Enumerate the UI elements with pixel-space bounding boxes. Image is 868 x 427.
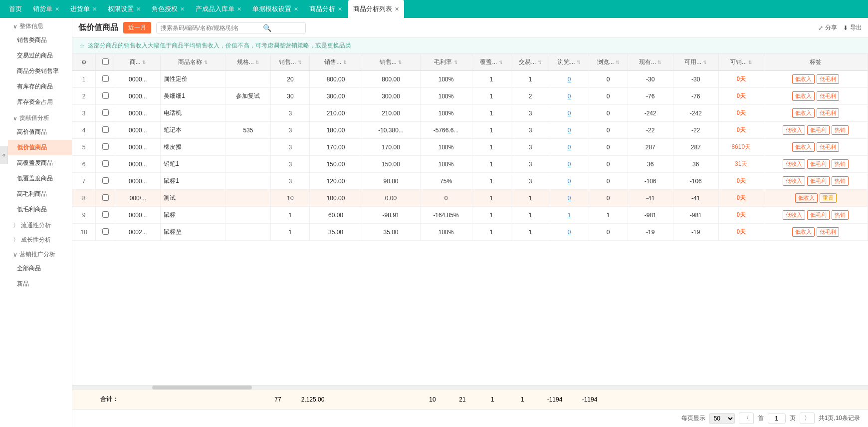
- row-checkbox[interactable]: [102, 75, 109, 82]
- nav-roles[interactable]: 角色授权 ✕: [147, 0, 190, 18]
- sidebar-item-category-rate[interactable]: 商品分类销售率: [8, 63, 72, 79]
- select-all-checkbox[interactable]: [102, 58, 109, 65]
- col-current[interactable]: 现有... ⇅: [628, 54, 673, 71]
- sidebar-item-low-coverage[interactable]: 低覆盖度商品: [8, 171, 72, 186]
- row-checkbox[interactable]: [102, 109, 109, 116]
- col-trade[interactable]: 交易... ⇅: [511, 54, 550, 71]
- nav-purchase[interactable]: 进货单 ✕: [65, 0, 102, 18]
- search-icon[interactable]: 🔍: [263, 24, 271, 32]
- cell-checkbox[interactable]: [96, 71, 115, 88]
- row-checkbox[interactable]: [102, 160, 109, 167]
- sidebar-group-contribution[interactable]: ∨ 贡献值分析: [8, 110, 72, 124]
- cell-checkbox[interactable]: [96, 105, 115, 122]
- sidebar-item-traded-products[interactable]: 交易过的商品: [8, 48, 72, 63]
- col-settings[interactable]: ⚙: [72, 54, 96, 71]
- sidebar-item-new-products[interactable]: 新品: [8, 276, 72, 292]
- view1-value[interactable]: 1: [568, 212, 571, 219]
- next-page-button[interactable]: 〉: [800, 413, 815, 424]
- sidebar-item-low-value[interactable]: 低价值商品: [8, 140, 72, 155]
- close-icon[interactable]: ✕: [294, 6, 298, 12]
- sidebar-collapse-btn[interactable]: «: [0, 146, 8, 164]
- col-name[interactable]: 商品名称 ⇅: [161, 54, 225, 71]
- sidebar-item-low-margin[interactable]: 低毛利商品: [8, 202, 72, 217]
- cell-view1[interactable]: 0: [550, 139, 589, 156]
- view1-value[interactable]: 0: [568, 127, 571, 134]
- col-available[interactable]: 可用... ⇅: [673, 54, 718, 71]
- row-checkbox[interactable]: [102, 92, 109, 99]
- col-view2[interactable]: 浏览... ⇅: [589, 54, 628, 71]
- cell-checkbox[interactable]: [96, 224, 115, 241]
- col-saleable[interactable]: 可销... ⇅: [718, 54, 764, 71]
- col-sale-avg[interactable]: 销售... ⇅: [362, 54, 420, 71]
- cell-checkbox[interactable]: [96, 122, 115, 139]
- col-coverage[interactable]: 覆盖... ⇅: [472, 54, 511, 71]
- search-input[interactable]: [161, 24, 260, 31]
- cell-checkbox[interactable]: [96, 173, 115, 190]
- row-checkbox[interactable]: [102, 228, 109, 235]
- cell-checkbox[interactable]: [96, 139, 115, 156]
- view1-value[interactable]: 0: [568, 76, 571, 83]
- sidebar-item-capital[interactable]: 库存资金占用: [8, 94, 72, 110]
- nav-production[interactable]: 产成品入库单 ✕: [191, 0, 246, 18]
- nav-product-list[interactable]: 商品分析列表 ✕: [348, 0, 404, 18]
- close-icon[interactable]: ✕: [136, 6, 141, 12]
- cell-view1[interactable]: 0: [550, 224, 589, 241]
- row-checkbox[interactable]: [102, 126, 109, 133]
- col-margin[interactable]: 毛利率 ⇅: [420, 54, 472, 71]
- cell-view1[interactable]: 1: [550, 207, 589, 224]
- close-icon[interactable]: ✕: [338, 6, 342, 12]
- sidebar-item-inventory-products[interactable]: 有库存的商品: [8, 79, 72, 94]
- row-checkbox[interactable]: [102, 211, 109, 218]
- col-spec[interactable]: 规格... ⇅: [225, 54, 271, 71]
- col-view1[interactable]: 浏览... ⇅: [550, 54, 589, 71]
- view1-value[interactable]: 0: [568, 161, 571, 168]
- sidebar-item-high-coverage[interactable]: 高覆盖度商品: [8, 155, 72, 171]
- close-icon[interactable]: ✕: [395, 6, 399, 12]
- view1-value[interactable]: 0: [568, 110, 571, 117]
- cell-checkbox[interactable]: [96, 190, 115, 207]
- cell-view1[interactable]: 0: [550, 122, 589, 139]
- nav-product-analysis[interactable]: 商品分析 ✕: [304, 0, 347, 18]
- cell-view1[interactable]: 0: [550, 156, 589, 173]
- cell-view1[interactable]: 0: [550, 105, 589, 122]
- first-page-button[interactable]: 〈: [739, 413, 754, 424]
- nav-sales[interactable]: 销货单 ✕: [28, 0, 64, 18]
- view1-value[interactable]: 0: [568, 178, 571, 185]
- scroll-thumb[interactable]: [152, 386, 252, 390]
- sidebar-group-marketing[interactable]: ∨ 营销推广分析: [8, 246, 72, 261]
- cell-view1[interactable]: 0: [550, 88, 589, 105]
- col-tags[interactable]: 标签: [764, 54, 868, 71]
- view1-value[interactable]: 0: [568, 229, 571, 236]
- sidebar-group-overall[interactable]: ∨ 整体信息: [8, 18, 72, 32]
- row-checkbox[interactable]: [102, 143, 109, 150]
- col-sale-amt[interactable]: 销售... ⇅: [310, 54, 362, 71]
- horizontal-scrollbar[interactable]: [72, 385, 868, 389]
- cell-checkbox[interactable]: [96, 156, 115, 173]
- sidebar-group-circulation[interactable]: 〉 流通性分析: [8, 217, 72, 232]
- sidebar-group-growth[interactable]: 〉 成长性分析: [8, 232, 72, 246]
- col-qty[interactable]: 销售... ⇅: [271, 54, 310, 71]
- view1-value[interactable]: 0: [568, 93, 571, 100]
- sidebar-item-sales-products[interactable]: 销售类商品: [8, 32, 72, 48]
- view1-value[interactable]: 0: [568, 144, 571, 151]
- nav-home[interactable]: 首页: [4, 0, 27, 18]
- export-button[interactable]: ⬇ 导出: [843, 23, 862, 32]
- view1-value[interactable]: 0: [568, 195, 571, 202]
- cell-view1[interactable]: 0: [550, 190, 589, 207]
- sidebar-item-high-value[interactable]: 高价值商品: [8, 124, 72, 140]
- period-button[interactable]: 近一月: [123, 22, 151, 33]
- per-page-select[interactable]: 50 100: [709, 413, 735, 424]
- cell-view1[interactable]: 0: [550, 173, 589, 190]
- col-checkbox[interactable]: [96, 54, 115, 71]
- cell-view1[interactable]: 0: [550, 71, 589, 88]
- row-checkbox[interactable]: [102, 194, 109, 201]
- page-number-input[interactable]: [768, 414, 786, 424]
- nav-permissions[interactable]: 权限设置 ✕: [103, 0, 146, 18]
- close-icon[interactable]: ✕: [55, 6, 59, 12]
- col-code[interactable]: 商... ⇅: [115, 54, 161, 71]
- close-icon[interactable]: ✕: [92, 6, 97, 12]
- share-button[interactable]: ⤢ 分享: [818, 23, 837, 32]
- cell-checkbox[interactable]: [96, 207, 115, 224]
- cell-checkbox[interactable]: [96, 88, 115, 105]
- close-icon[interactable]: ✕: [180, 6, 185, 12]
